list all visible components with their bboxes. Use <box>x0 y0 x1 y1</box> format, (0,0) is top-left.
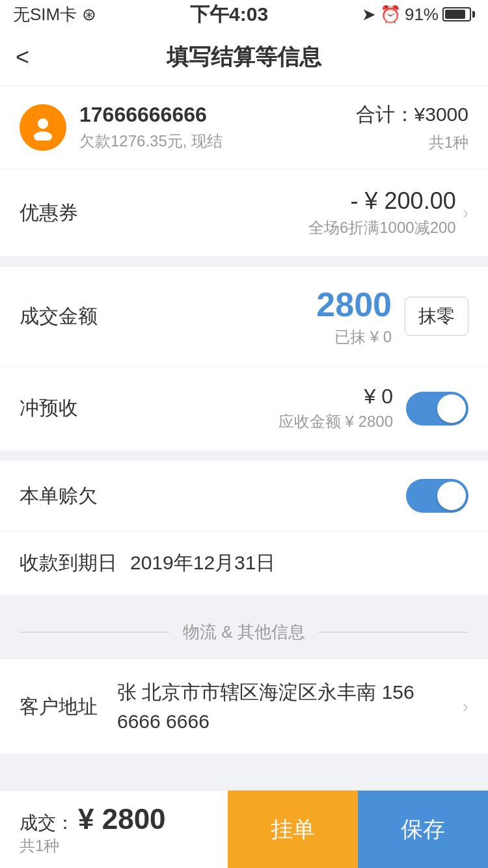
toggle-knob <box>437 394 466 423</box>
prepaid-amount: ¥ 0 <box>278 385 393 409</box>
transaction-row: 成交金额 2800 已抹 ¥ 0 抹零 <box>0 267 488 366</box>
section-line-left <box>20 632 170 632</box>
address-row[interactable]: 客户地址 张 北京市市辖区海淀区永丰南 156 6666 6666 › <box>0 659 488 754</box>
transaction-wiped: 已抹 ¥ 0 <box>316 327 392 347</box>
address-label: 客户地址 <box>20 694 98 720</box>
transaction-value-col: 2800 已抹 ¥ 0 <box>316 285 392 347</box>
debt-toggle[interactable] <box>406 479 468 513</box>
battery-percent: 91% <box>405 5 439 25</box>
status-time: 下午4:03 <box>190 1 268 28</box>
debt-toggle-knob <box>437 481 466 510</box>
prepaid-right: ¥ 0 应收金额 ¥ 2800 <box>278 385 468 432</box>
prepaid-toggle[interactable] <box>406 392 468 426</box>
logistics-label: 物流 & 其他信息 <box>183 621 305 644</box>
battery-icon <box>442 7 475 21</box>
total-count: 共1种 <box>356 132 468 153</box>
deal-label: 成交： <box>20 811 74 835</box>
status-left: 无SIM卡 ⊛ <box>13 3 96 26</box>
customer-phone: 17666666666 <box>79 103 223 127</box>
location-icon: ➤ <box>362 5 376 25</box>
svg-point-1 <box>34 131 52 141</box>
total-amount: 合计：¥3000 <box>356 102 468 128</box>
coupon-right: - ¥ 200.00 全场6折满1000减200 <box>308 187 456 238</box>
card-left: 17666666666 欠款1276.35元, 现结 <box>20 103 223 152</box>
svg-point-0 <box>38 118 48 129</box>
bottom-bar: 成交： ¥ 2800 共1种 挂单 保存 <box>0 790 488 868</box>
customer-info: 17666666666 欠款1276.35元, 现结 <box>79 103 223 152</box>
back-button[interactable]: < <box>16 44 29 71</box>
transaction-label: 成交金额 <box>20 303 98 330</box>
coupon-label: 优惠券 <box>20 200 78 226</box>
deal-amount: ¥ 2800 <box>78 803 166 835</box>
due-date-value: 2019年12月31日 <box>130 550 275 576</box>
coupon-row[interactable]: 优惠券 - ¥ 200.00 全场6折满1000减200 › <box>0 169 488 256</box>
wifi-icon: ⊛ <box>82 5 96 25</box>
prepaid-row: 冲预收 ¥ 0 应收金额 ¥ 2800 <box>0 366 488 450</box>
status-bar: 无SIM卡 ⊛ 下午4:03 ➤ ⏰ 91% <box>0 0 488 29</box>
address-value: 张 北京市市辖区海淀区永丰南 156 6666 6666 <box>117 677 456 736</box>
divider-1 <box>0 256 488 267</box>
coupon-discount: - ¥ 200.00 <box>351 187 456 215</box>
debt-row: 本单赊欠 <box>0 461 488 531</box>
card-right: 合计：¥3000 共1种 <box>356 102 468 153</box>
customer-card: 17666666666 欠款1276.35元, 现结 合计：¥3000 共1种 <box>0 86 488 169</box>
page-title: 填写结算等信息 <box>167 42 321 72</box>
customer-debt: 欠款1276.35元, 现结 <box>79 131 223 152</box>
logistics-section-header: 物流 & 其他信息 <box>0 605 488 659</box>
section-line-right <box>318 632 468 632</box>
alarm-icon: ⏰ <box>380 5 401 25</box>
address-chevron-icon: › <box>463 696 468 717</box>
transaction-right: 2800 已抹 ¥ 0 抹零 <box>316 285 468 347</box>
deal-count: 共1种 <box>20 835 208 856</box>
save-button[interactable]: 保存 <box>358 791 488 868</box>
nav-bar: < 填写结算等信息 <box>0 29 488 86</box>
coupon-chevron-icon: › <box>463 202 468 223</box>
bottom-info: 成交： ¥ 2800 共1种 <box>0 791 228 868</box>
pending-button[interactable]: 挂单 <box>228 791 358 868</box>
status-right: ➤ ⏰ 91% <box>362 5 475 25</box>
prepaid-label: 冲预收 <box>20 395 78 422</box>
divider-3 <box>0 595 488 605</box>
round-zero-button[interactable]: 抹零 <box>405 297 468 336</box>
prepaid-receivable: 应收金额 ¥ 2800 <box>278 411 393 432</box>
prepaid-value-col: ¥ 0 应收金额 ¥ 2800 <box>278 385 393 432</box>
divider-2 <box>0 450 488 461</box>
transaction-amount: 2800 <box>316 285 392 324</box>
avatar <box>20 104 66 151</box>
due-date-label: 收款到期日 <box>20 550 117 576</box>
carrier-text: 无SIM卡 <box>13 3 77 26</box>
due-date-row: 收款到期日 2019年12月31日 <box>0 532 488 595</box>
debt-label: 本单赊欠 <box>20 483 98 509</box>
coupon-desc: 全场6折满1000减200 <box>308 217 456 238</box>
